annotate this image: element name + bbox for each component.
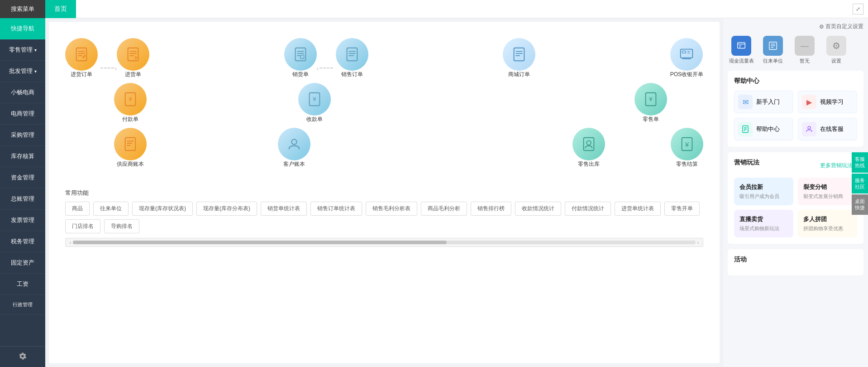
marketing-group[interactable]: 多人拼团 拼团购物享受优惠 [798,210,857,237]
right-panel: ⚙ 首页自定义设置 现金流量表 [723,18,868,367]
retail-out-svg [580,135,597,153]
func-btn-retail-open[interactable]: 零售开单 [664,202,700,216]
func-btn-payment-stat[interactable]: 付款情况统计 [565,202,611,216]
node-retail-settle[interactable]: ¥ 零售结算 [671,128,703,168]
func-btn-contacts[interactable]: 往来单位 [93,202,129,216]
sidebar-item-purchase[interactable]: 采购管理 [0,125,45,146]
marketing-title: 营销玩法 [734,159,759,167]
shortcut-cashflow[interactable]: 现金流量表 [728,36,755,64]
help-item-service[interactable]: 在线客服 [798,118,857,140]
sidebar-item-ecommerce-mgmt[interactable]: 电商管理 [0,103,45,125]
newbie-label: 新手入门 [756,98,780,106]
node-mall-order[interactable]: 商城订单 [503,38,535,78]
node-payment[interactable]: ¥ 付款单 [114,83,147,123]
help-item-newbie[interactable]: ✉ 新手入门 [734,91,793,113]
receipt-label: 收款单 [306,116,323,123]
svg-point-38 [587,140,591,145]
settings-label: 设置 [831,58,841,64]
func-btn-goods-profit[interactable]: 商品毛利分析 [421,202,467,216]
arrow-r1: › [98,68,117,68]
node-sales-order[interactable]: 销售订单 [336,38,368,78]
scroll-thumb[interactable] [73,241,446,244]
scroll-track[interactable] [73,241,695,244]
sidebar-item-invoice[interactable]: 发票管理 [0,210,45,231]
func-btn-guide-rank[interactable]: 导购排名 [104,219,139,233]
sidebar-item-ledger[interactable]: 总账管理 [0,188,45,210]
cashflow-label: 现金流量表 [729,58,754,64]
flow-row1: 进货订单 › [65,38,703,83]
retail-settle-svg: ¥ [678,135,696,153]
sidebar-item-admin[interactable]: 行政管理 [0,295,45,315]
retail-out-icon [572,128,605,160]
float-btn-community[interactable]: 服务社区 [852,174,868,194]
func-btn-sales-stat[interactable]: 销货单统计表 [261,202,307,216]
node-pos[interactable]: POS收银开单 [670,38,703,78]
float-buttons: 客服热线 服务社区 桌面快捷 [852,152,868,215]
settings-icon: ⚙ [826,36,846,56]
sidebar-item-label: 采购管理 [11,131,34,139]
contacts-icon [763,36,783,56]
help-item-video[interactable]: ▶ 视频学习 [798,91,857,113]
sidebar-item-fixed-assets[interactable]: 固定资产 [0,252,45,274]
node-receipt[interactable]: ¥ 收款单 [298,83,331,123]
shortcut-settings[interactable]: ⚙ 设置 [823,36,850,64]
flow-row3: 供应商账本 客户账本 [65,128,703,173]
search-menu[interactable]: 搜索菜单 [0,0,45,18]
sidebar-item-tax[interactable]: 税务管理 [0,231,45,252]
marketing-member[interactable]: 会员拉新 吸引用户成为会员 [734,178,793,205]
sidebar-item-salary[interactable]: 工资 [0,274,45,295]
sidebar-item-retail[interactable]: 零售管理 ▾ [0,39,45,61]
func-btn-store-rank[interactable]: 门店排名 [65,219,100,233]
sidebar-settings[interactable] [0,346,45,367]
func-btn-purchase-stat[interactable]: 进货单统计表 [615,202,661,216]
tab-home[interactable]: 首页 [45,0,76,18]
marketing-live[interactable]: 直播卖货 场景式购物新玩法 [734,210,793,237]
node-supplier-account[interactable]: 供应商账本 [114,128,147,168]
float-btn-service[interactable]: 客服热线 [852,152,868,173]
arrow-l1: ‹ [317,68,336,68]
common-functions: 常用功能 商品 往来单位 现存量(库存状况表) 现存量(库存分布表) 销货单统计… [56,189,712,233]
fullscreen-button[interactable]: ⤢ [853,4,863,14]
node-customer-account[interactable]: 客户账本 [278,128,310,168]
activities-card: 活动 [728,249,863,275]
func-btn-stock2[interactable]: 现存量(库存分布表) [196,202,257,216]
func-btn-receipt-stat[interactable]: 收款情况统计 [515,202,561,216]
customize-link[interactable]: ⚙ 首页自定义设置 [819,23,863,30]
help-doc-icon [738,122,753,136]
sidebar-item-ecommerce[interactable]: 小畅电商 [0,82,45,103]
sidebar-item-wholesale[interactable]: 批发管理 ▾ [0,61,45,82]
node-purchase-order[interactable]: 进货订单 [65,38,98,78]
shortcuts-area: ⚙ 首页自定义设置 [728,23,863,30]
func-btn-stock1[interactable]: 现存量(库存状况表) [132,202,193,216]
sidebar-item-label: 发票管理 [11,216,34,224]
sidebar-item-inventory[interactable]: 库存核算 [0,146,45,167]
svg-text:¥: ¥ [685,140,689,148]
func-btn-goods[interactable]: 商品 [65,202,90,216]
sidebar-item-finance[interactable]: 资金管理 [0,167,45,188]
sidebar-item-label: 工资 [17,280,29,288]
top-right-area: ⤢ [853,4,868,14]
shortcut-contacts[interactable]: 往来单位 [759,36,787,64]
scroll-left-arrow[interactable]: ‹ [68,240,73,245]
func-btn-sales-rank[interactable]: 销售排行榜 [471,202,511,216]
scroll-right-arrow[interactable]: › [696,240,701,245]
sidebar-item-quick-nav[interactable]: 快捷导航 [0,18,45,39]
live-desc: 场景式购物新玩法 [739,225,788,232]
node-sales[interactable]: 销货单 [284,38,317,78]
horizontal-scrollbar[interactable]: ‹ › [65,238,703,247]
node-retail-order[interactable]: ¥ 零售单 [634,83,667,123]
marketing-grid: 会员拉新 吸引用户成为会员 裂变分销 裂变式发展分销商 直播卖货 场景式购物新玩… [734,178,857,237]
customer-account-icon [278,128,310,160]
help-item-help[interactable]: 帮助中心 [734,118,793,140]
func-btn-sales-order-stat[interactable]: 销售订单统计表 [310,202,362,216]
func-btn-sales-profit[interactable]: 销售毛利分析表 [366,202,417,216]
shortcut-icons-row: 现金流量表 往来单位 — 暂无 [728,36,863,64]
shortcut-none[interactable]: — 暂无 [791,36,818,64]
node-purchase[interactable]: 进货单 [117,38,149,78]
sales-order-label: 销售订单 [341,71,363,78]
float-btn-desktop[interactable]: 桌面快捷 [852,194,868,215]
svg-rect-41 [738,43,745,48]
node-retail-out[interactable]: 零售出库 [572,128,605,168]
marketing-fission[interactable]: 裂变分销 裂变式发展分销商 [798,178,857,205]
sales-svg [292,46,309,63]
